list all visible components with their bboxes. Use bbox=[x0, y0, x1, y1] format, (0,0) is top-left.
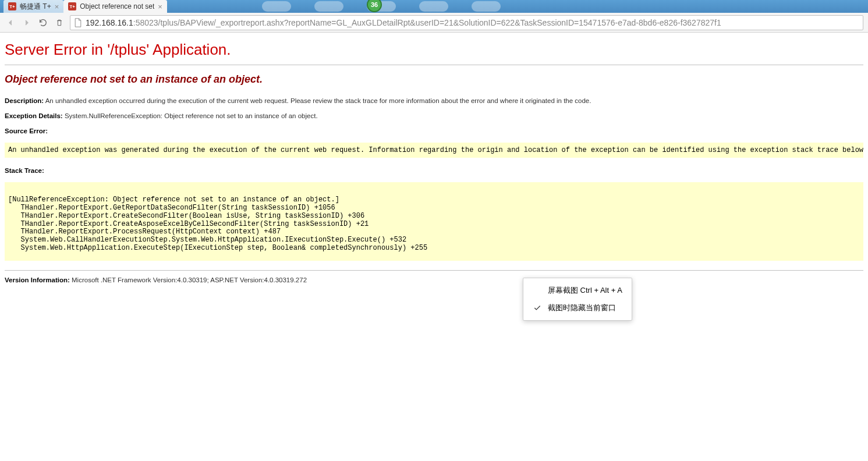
tab-favicon-icon: T+ bbox=[68, 2, 76, 10]
divider bbox=[5, 65, 863, 65]
trash-icon bbox=[55, 18, 64, 27]
exception-text: System.NullReferenceException: Object re… bbox=[65, 112, 318, 119]
forward-button[interactable] bbox=[21, 17, 33, 29]
url-host: 192.168.16.1 bbox=[86, 18, 133, 27]
tab-title: 畅捷通 T+ bbox=[20, 2, 51, 12]
menu-item-screenshot[interactable]: 屏幕截图 Ctrl + Alt + A bbox=[523, 282, 632, 288]
error-subtitle: Object reference not set to an instance … bbox=[5, 73, 863, 86]
tab-title: Object reference not set bbox=[80, 2, 154, 10]
version-info: Version Information: Microsoft .NET Fram… bbox=[5, 276, 863, 283]
stack-trace-label: Stack Trace: bbox=[5, 167, 44, 174]
version-label: Version Information: bbox=[5, 276, 70, 283]
exception-label: Exception Details: bbox=[5, 112, 63, 119]
page-icon bbox=[74, 18, 82, 27]
browser-toolbar: 192.168.16.1:58023/tplus/BAPView/_export… bbox=[0, 13, 868, 33]
tab-favicon-icon: T+ bbox=[8, 2, 16, 10]
back-button[interactable] bbox=[5, 17, 16, 29]
version-text: Microsoft .NET Framework Version:4.0.303… bbox=[72, 276, 307, 283]
context-menu: 屏幕截图 Ctrl + Alt + A 截图时隐藏当前窗口 bbox=[523, 278, 632, 288]
reload-icon bbox=[38, 18, 48, 27]
tab-close-icon[interactable]: × bbox=[55, 2, 59, 11]
url-text: 192.168.16.1:58023/tplus/BAPView/_export… bbox=[86, 18, 721, 27]
description-label: Description: bbox=[5, 97, 44, 104]
browser-tab-strip: T+ 畅捷通 T+ × T+ Object reference not set … bbox=[0, 0, 868, 13]
page-title: Server Error in '/tplus' Application. bbox=[5, 37, 863, 62]
exception-details-section: Exception Details: System.NullReferenceE… bbox=[5, 112, 863, 119]
source-error-label: Source Error: bbox=[5, 127, 48, 134]
menu-item-label: 屏幕截图 Ctrl + Alt + A bbox=[548, 285, 622, 288]
url-path: :58023/tplus/BAPView/_exportreport.ashx?… bbox=[133, 18, 721, 27]
divider bbox=[5, 270, 863, 271]
tab-close-icon[interactable]: × bbox=[158, 2, 162, 11]
stack-trace-block: [NullReferenceException: Object referenc… bbox=[5, 182, 863, 260]
arrow-left-icon bbox=[6, 18, 15, 27]
browser-tab-active[interactable]: T+ Object reference not set × bbox=[63, 0, 167, 13]
stack-trace-section: Stack Trace: bbox=[5, 167, 863, 174]
delete-button[interactable] bbox=[54, 17, 65, 29]
description-section: Description: An unhandled exception occu… bbox=[5, 97, 863, 104]
browser-tab-inactive[interactable]: T+ 畅捷通 T+ × bbox=[3, 0, 63, 13]
reload-button[interactable] bbox=[37, 17, 49, 29]
description-text: An unhandled exception occurred during t… bbox=[45, 97, 591, 104]
arrow-right-icon bbox=[22, 18, 31, 27]
source-error-block: An unhandled exception was generated dur… bbox=[5, 143, 863, 158]
address-bar[interactable]: 192.168.16.1:58023/tplus/BAPView/_export… bbox=[70, 15, 863, 30]
source-error-section: Source Error: bbox=[5, 127, 863, 134]
error-page: Server Error in '/tplus' Application. Ob… bbox=[0, 33, 868, 288]
